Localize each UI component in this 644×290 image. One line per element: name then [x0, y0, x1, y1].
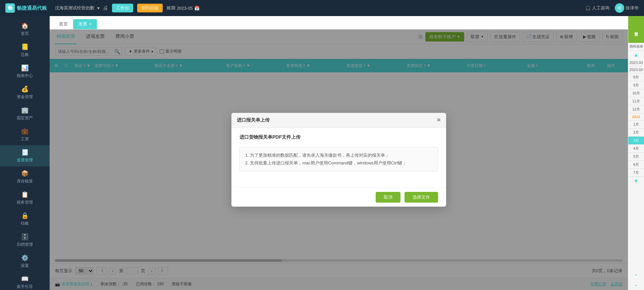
tab-invoice-label: 发票	[78, 21, 87, 27]
period-10[interactable]: 10月	[628, 89, 644, 97]
period-2023-03b[interactable]: 2023.03	[628, 66, 644, 73]
sidebar-item-archive[interactable]: 🗄️ 归档管理	[0, 230, 50, 251]
modal-cancel-button[interactable]: 取消	[376, 192, 400, 203]
sidebar-item-inventory[interactable]: 📦 库存核算	[0, 166, 50, 188]
reports-icon: 📊	[21, 64, 29, 72]
period-year-2023[interactable]: 2023	[628, 114, 644, 121]
sidebar-item-assets[interactable]: 🏢 固定资产	[0, 103, 50, 124]
calendar-icon[interactable]: 📅	[194, 6, 200, 11]
modal-header: 进口报关单上传 ✕	[231, 113, 446, 128]
chevron-down-icon[interactable]: ⌄	[634, 281, 638, 287]
sidebar-label-invoice: 发票管理	[17, 157, 33, 163]
company-name: 沈海英测试经营勿删	[55, 5, 94, 11]
tab-home-label: 首页	[59, 21, 68, 27]
period-5[interactable]: 5月	[628, 153, 644, 161]
period-scroll-up[interactable]: ▲	[628, 51, 644, 59]
company-selector[interactable]: 沈海英测试经营勿删 ▼ 🖨	[55, 5, 108, 11]
sidebar-item-closing[interactable]: 🔒 结账	[0, 209, 50, 230]
period-scroll-down[interactable]: ▼	[628, 177, 644, 186]
support-label: 人工咨询	[592, 5, 609, 11]
modal-title: 进口报关单上传	[237, 117, 270, 123]
sidebar-label-guide: 新手引导	[17, 284, 33, 290]
assets-icon: 🏢	[21, 106, 29, 114]
user-menu[interactable]: 徐 徐泽华	[615, 3, 639, 13]
period-value: 2023-05	[177, 6, 193, 11]
workspace-button[interactable]: 工作台	[112, 4, 133, 12]
app-name: 畅捷通易代账	[17, 5, 47, 11]
home-icon: 🏠	[21, 22, 29, 29]
period-7[interactable]: 7月	[628, 169, 644, 177]
print-icon: 🖨	[103, 5, 108, 11]
headset-icon: 🎧	[585, 6, 591, 11]
salary-icon: 💼	[21, 128, 29, 135]
modal-overlay: 进口报关单上传 ✕ 进口货物报关单PDF文件上传 1. 为了更加精准的数据匹配，…	[50, 29, 628, 290]
sidebar-label-funds: 资金管理	[17, 94, 33, 100]
sidebar-item-home[interactable]: 🏠 首页	[0, 19, 50, 40]
modal-select-file-button[interactable]: 选择文件	[405, 192, 438, 203]
sidebar-item-reports[interactable]: 📊 报表中心	[0, 61, 50, 82]
settings-icon: ⚙️	[21, 254, 29, 262]
period-select-label: 期间选择	[628, 43, 644, 51]
closing-icon: 🔒	[21, 212, 29, 219]
modal-box: 进口报关单上传 ✕ 进口货物报关单PDF文件上传 1. 为了更加精准的数据匹配，…	[231, 113, 446, 207]
right-panel-toggle[interactable]: 开启日期	[628, 16, 644, 43]
user-name: 徐泽华	[626, 5, 639, 11]
sidebar-label-salary: 工资	[21, 136, 29, 142]
period-6[interactable]: 6月	[628, 161, 644, 169]
modal-body: 进口货物报关单PDF文件上传 1. 为了更加精准的数据匹配，请先录入海关缴款书，…	[231, 128, 446, 188]
inventory-icon: 📦	[21, 170, 29, 177]
topbar-right: 🎧 人工咨询 徐 徐泽华	[585, 3, 639, 13]
period-11[interactable]: 11月	[628, 97, 644, 105]
sidebar-label-settings: 设置	[21, 263, 29, 269]
period-4[interactable]: 4月	[628, 145, 644, 153]
sidebar-item-invoice[interactable]: 🧾 发票管理	[0, 145, 50, 166]
sidebar-label-ledger: 总账	[21, 52, 29, 58]
logo-icon: 畅	[5, 3, 15, 13]
sidebar-label-reports: 报表中心	[17, 73, 33, 79]
period-3-selected[interactable]: 3月	[628, 137, 644, 145]
period-display: 账期 2023-05 📅	[167, 5, 200, 11]
period-2023-03a[interactable]: 2023.03	[628, 59, 644, 66]
sidebar-label-inventory: 库存核算	[17, 178, 33, 184]
period-9[interactable]: 9月	[628, 81, 644, 89]
sidebar: 🏠 首页 📒 总账 📊 报表中心 💰 资金管理 🏢 固定资产 💼 工资 🧾 发票…	[0, 16, 50, 290]
period-2[interactable]: 2月	[628, 129, 644, 137]
period-label: 账期	[167, 5, 175, 11]
sidebar-label-closing: 结账	[21, 221, 29, 226]
modal-info-box: 1. 为了更加精准的数据匹配，请先录入海关缴款书，再上传对应的报关单； 2. 支…	[239, 147, 438, 171]
support-button[interactable]: 🎧 人工咨询	[585, 5, 609, 11]
sidebar-label-archive: 归档管理	[17, 242, 33, 247]
tab-invoice[interactable]: 发票 ×	[73, 19, 97, 29]
right-panel: 开启日期 期间选择 ▲ 2023.03 2023.03 8月 9月 10月 11…	[628, 16, 644, 290]
page-content: 销项发票 进项发票 费用小票 ⊞ 税务数字账户 ▼ 取票	[50, 29, 628, 290]
ledger-icon: 📒	[21, 43, 29, 51]
sidebar-item-ledger[interactable]: 📒 总账	[0, 40, 50, 61]
sidebar-label-tax: 税务管理	[17, 200, 33, 205]
period-8[interactable]: 8月	[628, 73, 644, 81]
sidebar-item-salary[interactable]: 💼 工资	[0, 124, 50, 145]
period-1[interactable]: 1月	[628, 121, 644, 129]
tab-close-icon[interactable]: ×	[89, 22, 92, 26]
chevron-up-icon[interactable]: ⌃	[634, 273, 638, 280]
sidebar-item-settings[interactable]: ⚙️ 设置	[0, 251, 50, 272]
sidebar-item-guide[interactable]: 📖 新手引导	[0, 272, 50, 290]
sidebar-label-assets: 固定资产	[17, 115, 33, 121]
period-12[interactable]: 12月	[628, 105, 644, 114]
switch-version-button[interactable]: 切到旧版	[137, 4, 163, 12]
sidebar-item-tax[interactable]: 📋 税务管理	[0, 188, 50, 209]
modal-close-button[interactable]: ✕	[436, 117, 441, 123]
modal-info-item-1: 1. 为了更加精准的数据匹配，请先录入海关缴款书，再上传对应的报关单；	[245, 151, 432, 159]
modal-footer: 取消 选择文件	[231, 188, 446, 207]
modal-info-item-2: 2. 支持批量上传进口报关单，mac用户使用Command键，windows用户…	[245, 159, 432, 167]
modal-section-title: 进口货物报关单PDF文件上传	[239, 134, 438, 140]
content-area: 首页 发票 × 销项发票 进项发票 费用小票	[50, 16, 628, 290]
tab-home[interactable]: 首页	[55, 19, 72, 29]
archive-icon: 🗄️	[21, 233, 29, 240]
invoice-icon: 🧾	[21, 149, 29, 156]
avatar: 徐	[615, 3, 624, 13]
funds-icon: 💰	[21, 85, 29, 93]
sidebar-label-home: 首页	[21, 31, 29, 37]
app-logo: 畅 畅捷通易代账	[5, 3, 47, 13]
sidebar-item-funds[interactable]: 💰 资金管理	[0, 82, 50, 103]
company-dropdown-icon: ▼	[96, 6, 101, 11]
